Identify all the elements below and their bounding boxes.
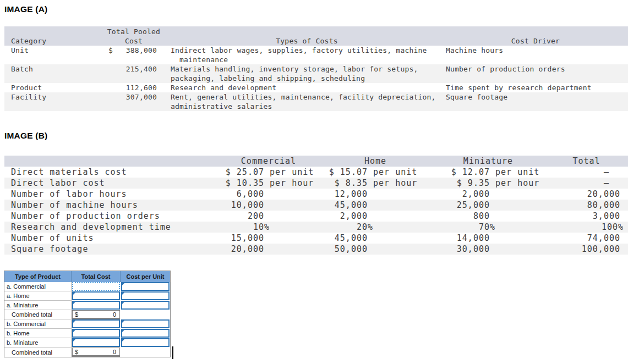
- product-data-rows: Direct materials cost $ 25.07 per unit $…: [4, 167, 628, 255]
- combined-total-dollar-sign: $: [75, 349, 78, 355]
- total-pooled-cost-cell: 307,000: [106, 92, 161, 111]
- row-label-cell: Direct labor cost: [4, 178, 214, 189]
- worksheet-row-label-text: a. Miniature: [7, 302, 38, 308]
- cost-per-unit-input[interactable]: [121, 301, 170, 310]
- types-of-costs-line: Rent, general utilities, maintenance, fa…: [171, 92, 443, 102]
- cost-per-unit-input[interactable]: [121, 291, 170, 300]
- cost-per-unit-column-cell: [121, 319, 170, 329]
- miniature-column-header: Miniature: [427, 156, 549, 167]
- miniature-unit-suffix: per unit: [490, 167, 539, 178]
- cost-driver-cell: Machine hours: [443, 46, 628, 64]
- product-data-table: Commercial Home Miniature Total Direct m…: [4, 156, 628, 255]
- total-value-cell: –: [549, 167, 624, 178]
- cost-per-unit-input[interactable]: [121, 329, 170, 338]
- total-amount: –: [549, 178, 620, 189]
- total-cost-input[interactable]: [72, 319, 120, 328]
- commercial-amount: 200: [214, 211, 264, 222]
- total-amount: 74,000: [549, 233, 620, 244]
- total-cost-column-cell: [72, 329, 121, 338]
- total-value-cell: 100%: [549, 222, 624, 233]
- types-of-costs-cell: Materials handling, inventory storage, l…: [161, 64, 443, 83]
- worksheet-row-label-text: b. Miniature: [7, 339, 38, 346]
- combined-total-cost-cell: $ 0: [72, 348, 120, 357]
- cost-per-unit-column-cell: [121, 348, 170, 357]
- product-data-row: Direct materials cost $ 25.07 per unit $…: [4, 167, 628, 178]
- activity-cost-pool-table-header: Category Total Pooled Cost Types of Cost…: [4, 26, 628, 46]
- home-value-cell: 45,000: [324, 233, 427, 244]
- commercial-value-cell: 10,000: [214, 200, 324, 211]
- combined-total-value: 0: [113, 311, 116, 318]
- worksheet-row-label-text: a. Commercial: [7, 283, 46, 290]
- types-of-costs-cell: Research and development: [161, 83, 443, 92]
- worksheet-row-label: b. Miniature: [4, 338, 72, 348]
- activity-cost-pool-row: Unit $ 388,000 Indirect labor wages, sup…: [4, 46, 628, 64]
- total-pooled-cost-header-line2: Cost: [106, 36, 161, 46]
- cost-driver-cell: Number of production orders: [443, 64, 628, 83]
- cost-per-unit-input[interactable]: [121, 282, 170, 291]
- total-amount: 20,000: [549, 189, 620, 200]
- cost-driver-cell: Time spent by research department: [443, 83, 628, 92]
- worksheet-row: Combined total $ 0: [4, 348, 170, 357]
- home-value-cell: $ 8.35 per hour: [324, 178, 427, 189]
- miniature-value-cell: 800: [427, 211, 549, 222]
- cost-per-unit-column-cell: [121, 310, 170, 319]
- category-cell: Unit: [4, 46, 106, 64]
- combined-total-value: 0: [113, 349, 116, 355]
- worksheet-row: a. Miniature: [4, 301, 170, 310]
- total-cost-input[interactable]: [72, 291, 120, 300]
- worksheet-row: a. Home: [4, 291, 170, 301]
- cost-per-unit-column-cell: [121, 282, 170, 291]
- total-cost-header: Total Cost: [72, 271, 121, 282]
- product-data-row: Direct labor cost $ 10.35 per hour $ 8.3…: [4, 178, 628, 189]
- miniature-value-cell: 14,000: [427, 233, 549, 244]
- total-cost-column-cell: [72, 338, 121, 348]
- cost-per-unit-input[interactable]: [121, 319, 170, 328]
- dollar-sign: $: [108, 46, 113, 55]
- image-a-title: IMAGE (A): [4, 4, 47, 14]
- home-value-cell: 20%: [324, 222, 427, 233]
- commercial-unit-suffix: per hour: [264, 178, 314, 189]
- worksheet-rows: a. Commercial a. Home a. Miniature: [4, 282, 170, 357]
- home-value-cell: $ 15.07 per unit: [324, 167, 427, 178]
- total-cost-column-cell: [72, 319, 121, 329]
- total-cost-input[interactable]: [72, 329, 120, 338]
- type-of-product-header: Type of Product: [4, 271, 72, 282]
- miniature-value-cell: 2,000: [427, 189, 549, 200]
- total-pooled-cost-cell: 215,400: [106, 64, 161, 83]
- commercial-amount: 10: [214, 222, 264, 233]
- cost-per-unit-column-cell: [121, 301, 170, 310]
- miniature-value-cell: 25,000: [427, 200, 549, 211]
- activity-cost-pool-row: Product 112,600 Research and development…: [4, 83, 628, 92]
- text-cursor: [172, 346, 173, 359]
- commercial-value-cell: 10%: [214, 222, 324, 233]
- types-of-costs-line: Materials handling, inventory storage, l…: [171, 64, 443, 74]
- commercial-amount: 15,000: [214, 233, 264, 244]
- cost-per-unit-input[interactable]: [121, 338, 170, 347]
- types-of-costs-column-header: Types of Costs: [161, 26, 443, 46]
- worksheet-row-label: Combined total: [4, 310, 72, 319]
- category-column-header: Category: [4, 26, 106, 46]
- miniature-amount: 800: [427, 211, 490, 222]
- total-amount: 80,000: [549, 200, 620, 211]
- cost-driver-column-header: Cost Driver: [443, 26, 628, 46]
- worksheet-row-label: a. Home: [4, 291, 72, 301]
- product-data-row: Number of units 15,000 45,000 14,000 74,…: [4, 233, 628, 244]
- types-of-costs-line: Indirect labor wages, supplies, factory …: [171, 46, 443, 55]
- commercial-amount: $ 25.07: [214, 167, 264, 178]
- miniature-unit-suffix: per hour: [490, 178, 539, 189]
- miniature-unit-suffix: %: [490, 222, 495, 233]
- row-label-cell: Direct materials cost: [4, 167, 214, 178]
- total-value-cell: 3,000: [549, 211, 624, 222]
- total-cost-input[interactable]: [72, 301, 120, 310]
- category-cell: Product: [4, 83, 106, 92]
- total-cost-input[interactable]: [72, 282, 120, 291]
- product-data-table-header: Commercial Home Miniature Total: [4, 156, 628, 167]
- total-cost-input[interactable]: [72, 338, 120, 347]
- total-pooled-cost-column-header: Total Pooled Cost: [106, 26, 161, 46]
- total-cost-column-cell: [72, 291, 121, 301]
- pooled-cost-amount: 307,000: [126, 92, 157, 102]
- miniature-amount: $ 12.07: [427, 167, 490, 178]
- total-column-header: Total: [549, 156, 624, 167]
- types-of-costs-line: Research and development: [171, 83, 443, 92]
- types-of-costs-line: packaging, labeling and shipping, schedu…: [171, 74, 443, 83]
